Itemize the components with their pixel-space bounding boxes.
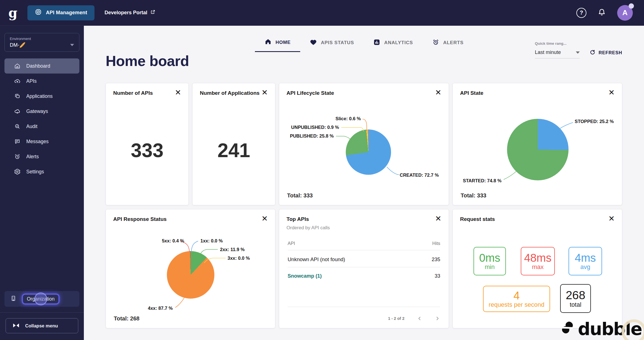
home-icon: [14, 63, 21, 69]
card-api-lifecycle-state: API Lifecycle State ✕ Slice: 0.6 % UNPUB…: [279, 83, 449, 205]
close-icon[interactable]: ✕: [435, 89, 441, 96]
pie-callout-slice: Slice: 0.6 %: [335, 116, 361, 121]
tab-label: ALERTS: [443, 40, 464, 46]
stat-total: 268 total: [560, 284, 591, 313]
close-icon[interactable]: ✕: [608, 215, 615, 223]
alarm-icon: [14, 153, 21, 160]
sidebar-item-organization[interactable]: Organization: [4, 291, 79, 307]
close-icon[interactable]: ✕: [608, 89, 615, 96]
pagination-range: 1 - 2 of 2: [388, 316, 404, 321]
sidebar-item-settings[interactable]: Settings: [4, 164, 79, 179]
time-range-select[interactable]: Last minute: [535, 49, 580, 58]
table-row: Unknown API (not found) 235: [288, 252, 440, 267]
api-hits: 235: [432, 256, 440, 263]
stat-label: total: [570, 301, 581, 308]
chevron-right-icon[interactable]: [435, 316, 440, 321]
api-name-link[interactable]: Snowcamp (1): [288, 273, 322, 279]
dashboard-grid: Number of APIs ✕ 333 Number of Applicati…: [106, 83, 622, 328]
api-management-button[interactable]: API Management: [27, 5, 94, 20]
environment-value: DM-🥖: [10, 42, 74, 48]
developers-portal-label: Developers Portal: [105, 10, 147, 16]
close-icon[interactable]: ✕: [435, 215, 441, 223]
heart-icon: [310, 39, 317, 47]
sidebar-item-audit[interactable]: Audit: [4, 119, 79, 134]
tab-apis-status[interactable]: APIS STATUS: [300, 38, 364, 52]
time-range-value: Last minute: [535, 49, 561, 55]
chevron-left-icon[interactable]: [417, 316, 422, 321]
total-label: Total: 268: [114, 315, 139, 322]
pie-callout-created: CREATED: 72.7 %: [400, 173, 439, 178]
tab-analytics[interactable]: ANALYTICS: [364, 38, 423, 52]
sidebar-item-label: Gateways: [26, 108, 48, 114]
time-controls: Quick time rang... Last minute REFRESH: [535, 41, 622, 58]
cloud-node-icon: [14, 108, 21, 115]
notifications-bell-icon[interactable]: [597, 8, 607, 18]
table-divider: [288, 307, 440, 307]
paginator: 1 - 2 of 2: [388, 316, 440, 321]
card-title: API Response Status: [113, 216, 167, 222]
pie-callout-stopped: STOPPED: 25.2 %: [575, 119, 614, 124]
collapse-menu-button[interactable]: Collapse menu: [6, 318, 78, 333]
help-icon[interactable]: ?: [576, 8, 586, 18]
applications-icon: [14, 93, 21, 100]
sidebar-divider: [0, 312, 84, 313]
stat-value: 0ms: [479, 252, 500, 264]
pie-callout-started: STARTED: 74.8 %: [463, 178, 501, 183]
card-subtitle: Ordered by API calls: [287, 225, 330, 231]
api-hits: 33: [435, 273, 440, 279]
gear-badge-icon: [35, 8, 42, 17]
collapse-menu-label: Collapse menu: [25, 323, 58, 329]
pie-callout-4xx: 4xx: 87.7 %: [148, 306, 173, 311]
page-header: HOME APIS STATUS ANALYTICS ALERTS: [84, 26, 644, 83]
chevron-down-icon: [576, 51, 580, 54]
response-status-pie-chart: [167, 251, 214, 299]
stat-avg: 4ms avg: [569, 247, 602, 275]
organization-building-icon: [10, 295, 17, 303]
stat-min: 0ms min: [473, 247, 506, 275]
sidebar-item-label: Audit: [26, 124, 37, 129]
close-icon[interactable]: ✕: [261, 89, 268, 96]
stat-label: requests per second: [489, 301, 544, 308]
table-row: Snowcamp (1) 33: [288, 269, 440, 284]
close-icon[interactable]: ✕: [175, 89, 181, 96]
sidebar-item-gateways[interactable]: Gateways: [4, 104, 79, 119]
sidebar-item-label: APIs: [26, 78, 37, 84]
sidebar-item-label: Messages: [26, 139, 49, 145]
api-name: Unknown API (not found): [288, 256, 345, 263]
gravitee-logo: g: [8, 6, 17, 19]
main-content: HOME APIS STATUS ANALYTICS ALERTS: [84, 26, 644, 340]
developers-portal-link[interactable]: Developers Portal: [105, 9, 156, 16]
click-indicator-ring: Organization: [22, 294, 60, 304]
tab-home[interactable]: HOME: [255, 38, 300, 52]
dubble-watermark: dubble: [558, 318, 642, 339]
stat-value: 4: [513, 290, 520, 301]
applications-count-value: 241: [193, 139, 275, 162]
sidebar-item-dashboard[interactable]: Dashboard: [4, 58, 79, 74]
stat-label: min: [485, 264, 494, 270]
sidebar-item-apis[interactable]: APIs: [4, 74, 79, 89]
card-api-state: API State ✕ STOPPED: 25.2 % STARTED: 74.…: [453, 83, 622, 205]
cloud-upload-icon: [14, 78, 21, 84]
dubble-logo-icon: [558, 318, 576, 339]
environment-select[interactable]: Environment DM-🥖: [4, 33, 79, 52]
tab-alerts[interactable]: ALERTS: [423, 38, 473, 52]
pie-callout-unpublished: UNPUBLISHED: 0.9 %: [291, 125, 339, 130]
card-number-of-applications: Number of Applications ✕ 241: [192, 83, 275, 205]
search-check-icon: [14, 123, 21, 130]
chevron-down-icon: [70, 44, 74, 46]
stat-rps: 4 requests per second: [483, 286, 550, 312]
column-api: API: [288, 241, 295, 246]
sidebar-item-messages[interactable]: Messages: [4, 134, 79, 149]
pie-callout-5xx: 5xx: 0.4 %: [162, 238, 184, 244]
sidebar: Environment DM-🥖 Dashboard APIs Applicat…: [0, 26, 84, 340]
sidebar-item-label: Settings: [26, 169, 44, 175]
card-number-of-apis: Number of APIs ✕ 333: [106, 83, 189, 205]
lifecycle-pie-chart: [346, 129, 391, 175]
sidebar-item-applications[interactable]: Applications: [4, 89, 79, 104]
chat-icon: [14, 138, 21, 145]
card-title: API Lifecycle State: [287, 90, 334, 96]
sidebar-item-alerts[interactable]: Alerts: [4, 149, 79, 164]
refresh-button[interactable]: REFRESH: [589, 49, 622, 58]
close-icon[interactable]: ✕: [261, 215, 268, 223]
total-label: Total: 333: [461, 192, 486, 199]
